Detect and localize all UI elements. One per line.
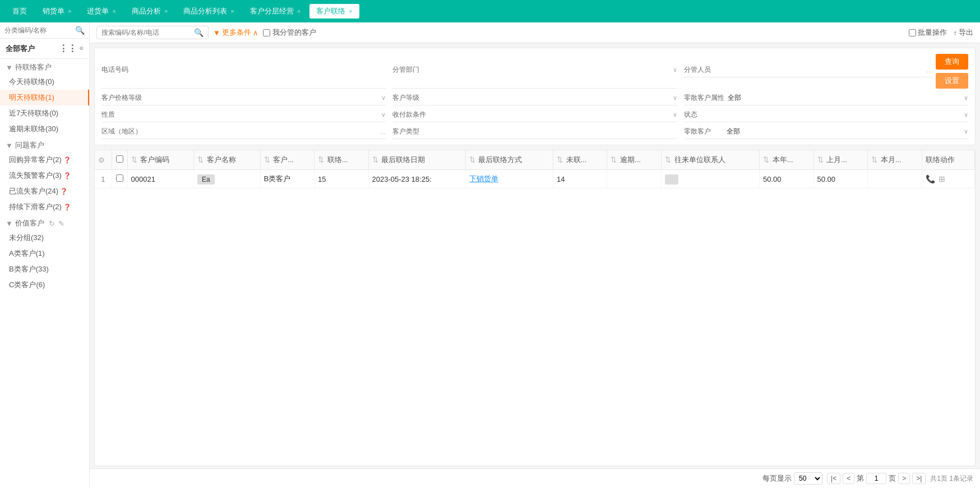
sort-icon-overdue[interactable]: ⇅ (611, 155, 617, 164)
sidebar-search-input[interactable] (4, 26, 73, 34)
nav-home[interactable]: 首页 (6, 4, 34, 19)
sort-icon-type[interactable]: ⇅ (264, 155, 270, 164)
sort-icon-contact-count[interactable]: ⇅ (318, 155, 324, 164)
close-purchase-order-icon[interactable]: × (112, 8, 115, 15)
dept-arrow-icon[interactable]: ∨ (673, 66, 677, 73)
sort-icon-last-date[interactable]: ⇅ (372, 155, 378, 164)
sidebar-item-class-c[interactable]: C类客户(6) (0, 277, 89, 293)
nav-customer-contact[interactable]: 客户联络 × (309, 4, 359, 19)
help-icon-1: ❓ (63, 156, 71, 164)
th-this-year: ⇅ 本年... (760, 150, 814, 170)
th-name: ⇅ 客户名称 (194, 150, 261, 170)
nav-sales-order[interactable]: 销货单 × (36, 4, 78, 19)
person-dots-icon[interactable]: … (926, 67, 932, 73)
batch-op-checkbox[interactable] (909, 29, 916, 36)
retail-customer-arrow-icon[interactable]: ∨ (964, 128, 968, 135)
search-input-wrap: 🔍 (96, 26, 209, 39)
right-actions: 批量操作 ↑ 导出 (909, 27, 974, 38)
nav-product-analysis[interactable]: 商品分析 × (125, 4, 174, 19)
sort-icon-last-month[interactable]: ⇅ (817, 155, 824, 164)
th-company-contact: ⇅ 往来单位联系人 (661, 150, 759, 170)
sidebar-item-class-b[interactable]: B类客户(33) (0, 261, 89, 277)
select-all-checkbox[interactable] (116, 155, 123, 163)
sidebar-group-problem: ▼ 问题客户 (0, 137, 89, 152)
sidebar-item-class-a[interactable]: A类客户(1) (0, 246, 89, 261)
sidebar-item-ungrouped[interactable]: 未分组(32) (0, 230, 89, 246)
sidebar-all-dots-icon[interactable]: ⋮⋮ (59, 43, 77, 54)
first-page-btn[interactable]: |< (827, 473, 840, 484)
th-this-month: ⇅ 本月... (868, 150, 922, 170)
more-conditions-btn[interactable]: ▼ 更多条件 ∧ (213, 27, 258, 38)
sidebar-item-churned[interactable]: 已流失客户(24) ❓ (0, 183, 89, 199)
sidebar-collapse-icon[interactable]: « (79, 43, 84, 54)
payment-arrow-icon[interactable]: ∨ (673, 111, 677, 118)
customer-level-arrow-icon[interactable]: ∨ (673, 94, 677, 102)
nav-product-analysis-list[interactable]: 商品分析列表 × (177, 4, 241, 19)
sidebar-item-tomorrow[interactable]: 明天待联络(1) (0, 90, 89, 105)
last-page-btn[interactable]: >| (912, 473, 926, 484)
nav-purchase-order[interactable]: 进货单 × (80, 4, 122, 19)
sidebar-item-7days[interactable]: 近7天待联络(0) (0, 105, 89, 121)
grid-settings-icon[interactable]: ⚙ (98, 156, 105, 164)
next-page-btn[interactable]: > (898, 473, 910, 484)
sidebar-item-repurchase-abnormal[interactable]: 回购异常客户(2) ❓ (0, 152, 89, 168)
edit-icon[interactable]: ✎ (58, 219, 64, 228)
area-dots-icon[interactable]: … (380, 128, 386, 135)
filter-dept: 分管部门 ∨ (392, 54, 677, 89)
nature-arrow-icon[interactable]: ∨ (381, 111, 386, 118)
sidebar: 🔍 全部客户 ⋮⋮ « ▼ 待联络客户 今天待联络(0) 明天待联络(1) 近7… (0, 22, 90, 488)
th-last-method: ⇅ 最后联络方式 (465, 150, 553, 170)
close-customer-contact-icon[interactable]: × (349, 8, 352, 15)
sort-icon-code[interactable]: ⇅ (131, 155, 137, 164)
row-overdue (607, 170, 662, 188)
row-contact-count: 15 (315, 170, 369, 188)
retail-attr-arrow-icon[interactable]: ∨ (964, 94, 968, 102)
reset-button[interactable]: 设置 (936, 73, 968, 89)
close-sales-order-icon[interactable]: × (68, 8, 71, 15)
filter-retail-attr: 零散客户属性 全部 ∨ (684, 93, 968, 105)
sidebar-group-value: ▼ 价值客户 ↻ ✎ (0, 215, 89, 230)
sort-icon-last-method[interactable]: ⇅ (469, 155, 475, 164)
sidebar-item-declining[interactable]: 持续下滑客户(2) ❓ (0, 199, 89, 215)
refresh-icon[interactable]: ↻ (49, 219, 55, 228)
last-method-link[interactable]: 下销货单 (469, 174, 498, 183)
search-icon[interactable]: 🔍 (194, 28, 204, 37)
my-customers-checkbox-wrap[interactable]: 我分管的客户 (263, 27, 316, 38)
sidebar-search-icon[interactable]: 🔍 (75, 26, 85, 35)
row-checkbox[interactable] (116, 174, 123, 182)
grid-icon[interactable]: ⊞ (939, 174, 945, 183)
my-customers-checkbox[interactable] (263, 29, 270, 36)
sidebar-item-overdue[interactable]: 逾期未联络(30) (0, 121, 89, 137)
filter-actions: 查询 设置 (936, 54, 968, 89)
th-uncontacted: ⇅ 未联... (553, 150, 607, 170)
sort-icon-this-year[interactable]: ⇅ (763, 155, 769, 164)
prev-page-btn[interactable]: < (843, 473, 854, 484)
page-input[interactable] (866, 473, 886, 484)
page-size-select[interactable]: 50 100 200 (794, 472, 822, 485)
sort-icon-uncontacted[interactable]: ⇅ (557, 155, 563, 164)
sort-icon-company-contact[interactable]: ⇅ (665, 155, 671, 164)
sidebar-all-customers[interactable]: 全部客户 ⋮⋮ « (0, 39, 89, 59)
row-checkbox-cell (112, 170, 127, 188)
close-customer-layered-icon[interactable]: × (297, 8, 301, 15)
sidebar-search-wrap: 🔍 (0, 22, 89, 39)
price-level-arrow-icon[interactable]: ∨ (381, 94, 386, 102)
filter-person: 分管人员 … (684, 65, 932, 77)
close-product-analysis-list-icon[interactable]: × (230, 8, 234, 15)
nav-customer-layered[interactable]: 客户分层经营 × (243, 4, 307, 19)
export-btn[interactable]: ↑ 导出 (954, 27, 974, 38)
sort-icon-this-month[interactable]: ⇅ (871, 155, 877, 164)
close-product-analysis-icon[interactable]: × (164, 8, 168, 15)
sidebar-item-today[interactable]: 今天待联络(0) (0, 74, 89, 90)
help-icon-2: ❓ (63, 172, 71, 179)
status-arrow-icon[interactable]: ∨ (964, 111, 968, 118)
th-last-date: ⇅ 最后联络日期 (368, 150, 465, 170)
search-input[interactable] (101, 29, 192, 36)
query-button[interactable]: 查询 (936, 54, 968, 70)
batch-op-btn[interactable]: 批量操作 (909, 27, 947, 38)
sort-icon-name[interactable]: ⇅ (197, 155, 204, 164)
th-checkbox (112, 150, 127, 170)
call-icon[interactable]: 📞 (926, 174, 935, 183)
filter-phone: 电话号码 (101, 54, 386, 89)
sidebar-item-churn-warning[interactable]: 流失预警客户(3) ❓ (0, 168, 89, 183)
